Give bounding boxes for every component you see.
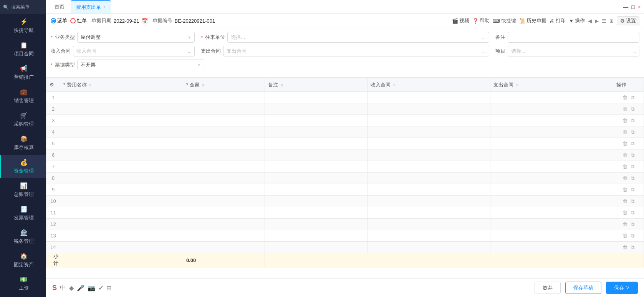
row-expense-contract-1[interactable] [490, 92, 613, 103]
row-expense-name-1[interactable] [60, 92, 183, 103]
row-expense-name-13[interactable] [60, 230, 183, 242]
row-expense-contract-7[interactable] [490, 161, 613, 173]
row-income-contract-3[interactable] [367, 115, 490, 126]
row-copy-icon-7[interactable]: ⧉ [631, 164, 634, 169]
row-note-2[interactable] [265, 103, 368, 115]
expense-contract-input[interactable]: 支出合同 ... [223, 46, 489, 56]
sidebar-item-invoice[interactable]: 🧾 发票管理 [0, 202, 46, 225]
row-copy-icon-1[interactable]: ⧉ [631, 95, 634, 100]
row-note-8[interactable] [265, 173, 368, 184]
sidebar-item-sales[interactable]: 💼 销售管理 [0, 85, 46, 108]
row-delete-icon-2[interactable]: 🗑 [622, 106, 627, 112]
row-expense-contract-2[interactable] [490, 103, 613, 115]
row-income-contract-1[interactable] [367, 92, 490, 103]
ops-button[interactable]: ▼ 操作 [569, 17, 585, 24]
row-delete-icon-6[interactable]: 🗑 [622, 152, 627, 158]
row-delete-icon-9[interactable]: 🗑 [622, 187, 627, 192]
row-note-9[interactable] [265, 184, 368, 196]
row-copy-icon-12[interactable]: ⧉ [631, 221, 634, 227]
row-income-contract-5[interactable] [367, 138, 490, 149]
row-note-5[interactable] [265, 138, 368, 149]
row-amount-6[interactable] [183, 149, 265, 161]
set-button[interactable]: ⚙ 设置 [617, 16, 639, 25]
row-expense-contract-12[interactable] [490, 219, 613, 230]
sidebar-item-fixed-assets[interactable]: 🏠 固定资产 [0, 249, 46, 272]
sidebar-item-capital[interactable]: 💰 资金管理 [0, 155, 46, 178]
row-income-contract-7[interactable] [367, 161, 490, 173]
sidebar-item-accounting[interactable]: 📊 总账管理 [0, 178, 46, 202]
row-amount-14[interactable] [183, 242, 265, 253]
row-amount-5[interactable] [183, 138, 265, 149]
sidebar-item-tax[interactable]: 🏦 税务管理 [0, 225, 46, 249]
amount-sort-icon[interactable]: ⇅ [202, 83, 205, 87]
sidebar-item-operations[interactable]: 📈 经营管理 [0, 295, 46, 297]
row-note-11[interactable] [265, 207, 368, 219]
close-button[interactable]: × [638, 4, 641, 10]
video-button[interactable]: 🎬 视频 [452, 17, 469, 24]
row-amount-11[interactable] [183, 207, 265, 219]
row-copy-icon-10[interactable]: ⧉ [631, 198, 634, 204]
maximize-button[interactable]: □ [631, 4, 634, 10]
row-income-contract-8[interactable] [367, 173, 490, 184]
row-expense-name-6[interactable] [60, 149, 183, 161]
row-copy-icon-8[interactable]: ⧉ [631, 175, 634, 181]
row-expense-contract-14[interactable] [490, 242, 613, 253]
row-expense-name-11[interactable] [60, 207, 183, 219]
row-amount-9[interactable] [183, 184, 265, 196]
sidebar-item-inventory[interactable]: 📦 库存核算 [0, 131, 46, 155]
income-contract-input[interactable]: 收入合同 ... [73, 46, 195, 56]
chinese-input-icon[interactable]: 中 [60, 284, 66, 292]
row-copy-icon-4[interactable]: ⧉ [631, 129, 634, 135]
row-note-1[interactable] [265, 92, 368, 103]
row-note-14[interactable] [265, 242, 368, 253]
blue-single-label[interactable]: 蓝单 [51, 17, 67, 24]
row-expense-contract-9[interactable] [490, 184, 613, 196]
note-sort-icon[interactable]: ⇅ [280, 83, 283, 87]
nav-next-button[interactable]: ▶ [595, 18, 599, 24]
row-note-3[interactable] [265, 115, 368, 126]
row-expense-contract-10[interactable] [490, 196, 613, 207]
row-expense-name-10[interactable] [60, 196, 183, 207]
row-income-contract-10[interactable] [367, 196, 490, 207]
row-expense-contract-6[interactable] [490, 149, 613, 161]
partner-input[interactable]: 选择... ... [227, 32, 489, 43]
hotkey-button[interactable]: ⌨ 快捷键 [493, 17, 516, 24]
row-income-contract-6[interactable] [367, 149, 490, 161]
row-expense-contract-8[interactable] [490, 173, 613, 184]
red-single-label[interactable]: 红单 [70, 17, 87, 24]
row-delete-icon-12[interactable]: 🗑 [622, 221, 627, 227]
row-note-4[interactable] [265, 126, 368, 138]
row-expense-name-7[interactable] [60, 161, 183, 173]
row-amount-10[interactable] [183, 196, 265, 207]
row-delete-icon-5[interactable]: 🗑 [622, 141, 627, 146]
income-contract-sort-icon[interactable]: ⇅ [393, 83, 396, 87]
expense-name-sort-icon[interactable]: ⇅ [89, 83, 92, 87]
tab-expense[interactable]: 费用支出单 × [71, 0, 111, 13]
row-amount-7[interactable] [183, 161, 265, 173]
row-expense-contract-11[interactable] [490, 207, 613, 219]
mic-icon[interactable]: 🎤 [77, 284, 84, 292]
row-amount-13[interactable] [183, 230, 265, 242]
row-delete-icon-13[interactable]: 🗑 [622, 233, 627, 239]
row-expense-contract-4[interactable] [490, 126, 613, 138]
row-copy-icon-14[interactable]: ⧉ [631, 244, 634, 250]
row-income-contract-4[interactable] [367, 126, 490, 138]
abandon-button[interactable]: 放弃 [535, 282, 561, 294]
row-income-contract-9[interactable] [367, 184, 490, 196]
project-input[interactable]: 选择... ... [508, 46, 639, 56]
list-view-icon[interactable]: ☰ [602, 18, 606, 24]
row-amount-4[interactable] [183, 126, 265, 138]
row-copy-icon-3[interactable]: ⧉ [631, 118, 634, 123]
expense-contract-sort-icon[interactable]: ⇅ [516, 83, 519, 87]
camera-icon[interactable]: 📷 [88, 284, 95, 292]
row-note-13[interactable] [265, 230, 368, 242]
row-expense-name-2[interactable] [60, 103, 183, 115]
tab-home[interactable]: 首页 [49, 0, 70, 13]
row-note-10[interactable] [265, 196, 368, 207]
row-delete-icon-1[interactable]: 🗑 [622, 95, 627, 100]
calendar-icon[interactable]: 📅 [142, 18, 148, 24]
row-amount-3[interactable] [183, 115, 265, 126]
minimize-button[interactable]: — [623, 4, 628, 10]
remark-input[interactable] [508, 32, 639, 43]
grid-icon[interactable]: ⊞ [106, 284, 111, 292]
